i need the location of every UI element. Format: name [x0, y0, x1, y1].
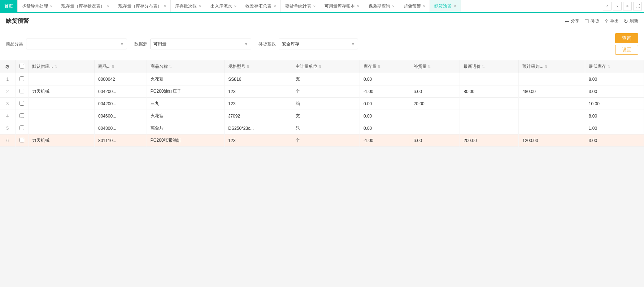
nav-tab-5-label: 出入库流水	[210, 3, 232, 9]
row-checkbox[interactable]	[19, 76, 24, 81]
query-button[interactable]: 查询	[615, 33, 638, 43]
td-replenish-qty	[410, 122, 460, 134]
row-checkbox[interactable]	[19, 113, 24, 118]
th-sort-estimated-purchase[interactable]: 预计采购... ⇅	[522, 63, 547, 70]
nav-tab-9-close[interactable]: ×	[392, 4, 395, 8]
td-product-code: 004200...	[95, 98, 147, 110]
td-latest-price: 200.00	[460, 134, 519, 147]
page-header: 缺货预警 ➦ 分享 ☐ 补货 ⇪ 导出 ↻ 刷新	[0, 13, 644, 28]
nav-tab-home[interactable]: 首页	[0, 0, 18, 13]
th-estimated-purchase[interactable]: 预计采购... ⇅	[519, 60, 585, 73]
th-sort-min-stock[interactable]: 最低库存 ⇅	[589, 63, 610, 70]
nav-controls: ‹ › × ⛶	[601, 2, 644, 10]
nav-tab-7[interactable]: 要货单统计表 ×	[281, 0, 320, 13]
nav-tab-10[interactable]: 超储预警 ×	[399, 0, 430, 13]
th-checkbox[interactable]	[15, 60, 28, 73]
row-checkbox[interactable]	[19, 101, 24, 106]
nav-tab-5-close[interactable]: ×	[234, 4, 236, 8]
nav-tab-1[interactable]: 拣货异常处理 ×	[18, 0, 57, 13]
nav-tab-6-label: 收发存汇总表	[245, 3, 271, 9]
td-spec: SS816	[225, 73, 292, 85]
datasource-select[interactable]: 可用量	[150, 39, 251, 49]
table-row: 10000042火花塞SS816支0.008.00	[0, 73, 644, 85]
table-row: 5004800...离合片DS250*23c...只0.001.00	[0, 122, 644, 134]
th-latest-price[interactable]: 最新进价 ⇅	[460, 60, 519, 73]
nav-tab-1-label: 拣货异常处理	[22, 3, 48, 9]
nav-tab-3[interactable]: 现存量（库存分布表） ×	[114, 0, 171, 13]
nav-fullscreen-button[interactable]: ⛶	[633, 2, 642, 10]
row-checkbox[interactable]	[19, 125, 24, 130]
td-estimated-purchase	[519, 98, 585, 110]
td-supplier	[28, 122, 95, 134]
th-sort-product-code[interactable]: 商品... ⇅	[98, 63, 114, 70]
nav-next-button[interactable]: ›	[613, 2, 622, 10]
table-row: 2力天机械004200...PC200油缸庄子123个-1.006.0080.0…	[0, 85, 644, 98]
row-checkbox[interactable]	[19, 138, 24, 142]
th-sort-spec[interactable]: 规格型号 ⇅	[228, 63, 249, 70]
export-button[interactable]: ⇪ 导出	[604, 18, 619, 24]
td-checkbox[interactable]	[15, 110, 28, 122]
th-stock-qty[interactable]: 库存量 ⇅	[360, 60, 410, 73]
td-checkbox[interactable]	[15, 98, 28, 110]
nav-tab-8-close[interactable]: ×	[357, 4, 359, 8]
share-button[interactable]: ➦ 分享	[565, 18, 579, 24]
td-stock-qty: 0.00	[360, 98, 410, 110]
td-checkbox[interactable]	[15, 73, 28, 85]
nav-tab-11-close[interactable]: ×	[454, 4, 456, 8]
table-row: 3004200...三九123箱0.0020.0010.00	[0, 98, 644, 110]
th-replenish-qty[interactable]: 补货量 ⇅	[410, 60, 460, 73]
th-product-name[interactable]: 商品名称 ⇅	[147, 60, 225, 73]
nav-tab-8[interactable]: 可用量库存账本 ×	[320, 0, 364, 13]
nav-tab-7-close[interactable]: ×	[313, 4, 316, 8]
nav-prev-button[interactable]: ‹	[603, 2, 612, 10]
nav-tab-11[interactable]: 缺货预警 ×	[430, 0, 461, 13]
td-checkbox[interactable]	[15, 85, 28, 98]
td-latest-price	[460, 122, 519, 134]
replenish-basis-select-wrapper: 安全库存 ▼	[279, 39, 358, 49]
row-checkbox[interactable]	[19, 89, 24, 93]
nav-close-button[interactable]: ×	[623, 2, 632, 10]
filter-bar: 商品分类 ▼ 数据源 可用量 ▼ 补货基数 安全库存	[0, 28, 644, 60]
replenish-button[interactable]: ☐ 补货	[584, 18, 599, 24]
th-spec[interactable]: 规格型号 ⇅	[225, 60, 292, 73]
nav-tab-5[interactable]: 出入库流水 ×	[206, 0, 241, 13]
nav-tab-9[interactable]: 保质期查询 ×	[364, 0, 399, 13]
nav-tab-3-close[interactable]: ×	[164, 4, 166, 8]
td-latest-price	[460, 110, 519, 122]
th-product-code[interactable]: 商品... ⇅	[95, 60, 147, 73]
td-supplier	[28, 110, 95, 122]
td-checkbox[interactable]	[15, 122, 28, 134]
nav-tab-3-label: 现存量（库存分布表）	[118, 3, 162, 9]
nav-tab-10-close[interactable]: ×	[423, 4, 425, 8]
nav-tab-4[interactable]: 库存批次账 ×	[171, 0, 206, 13]
th-unit[interactable]: 主计量单位 ⇅	[292, 60, 360, 73]
th-sort-unit[interactable]: 主计量单位 ⇅	[296, 63, 321, 70]
th-sort-stock-qty[interactable]: 库存量 ⇅	[364, 63, 380, 70]
share-label: 分享	[571, 18, 579, 24]
th-gear[interactable]: ⚙	[0, 60, 15, 73]
nav-tab-2[interactable]: 现存量（库存状况表） ×	[57, 0, 114, 13]
td-supplier: 力天机械	[28, 85, 95, 98]
nav-tab-6[interactable]: 收发存汇总表 ×	[241, 0, 280, 13]
nav-tab-2-close[interactable]: ×	[107, 4, 109, 8]
th-min-stock[interactable]: 最低库存 ⇅	[585, 60, 644, 73]
table-row: 4004600...火花塞J7092支0.008.00	[0, 110, 644, 122]
th-sort-supplier[interactable]: 默认供应... ⇅	[32, 63, 57, 70]
td-checkbox[interactable]	[15, 134, 28, 147]
th-default-supplier[interactable]: 默认供应... ⇅	[28, 60, 95, 73]
nav-tab-4-close[interactable]: ×	[199, 4, 201, 8]
nav-tab-1-close[interactable]: ×	[50, 4, 52, 8]
replenish-basis-select[interactable]: 安全库存	[279, 39, 358, 49]
refresh-button[interactable]: ↻ 刷新	[624, 18, 638, 24]
category-select[interactable]	[26, 39, 127, 49]
setting-button[interactable]: 设置	[615, 45, 638, 55]
th-sort-replenish-qty[interactable]: 补货量 ⇅	[414, 63, 431, 70]
th-sort-latest-price[interactable]: 最新进价 ⇅	[464, 63, 485, 70]
sort-replenish-qty-icon: ⇅	[428, 65, 431, 69]
nav-tab-6-close[interactable]: ×	[274, 4, 276, 8]
sort-latest-price-icon: ⇅	[482, 65, 485, 69]
header-checkbox[interactable]	[19, 64, 24, 69]
sort-unit-icon: ⇅	[318, 65, 321, 69]
td-supplier	[28, 73, 95, 85]
th-sort-product-name[interactable]: 商品名称 ⇅	[151, 63, 172, 70]
